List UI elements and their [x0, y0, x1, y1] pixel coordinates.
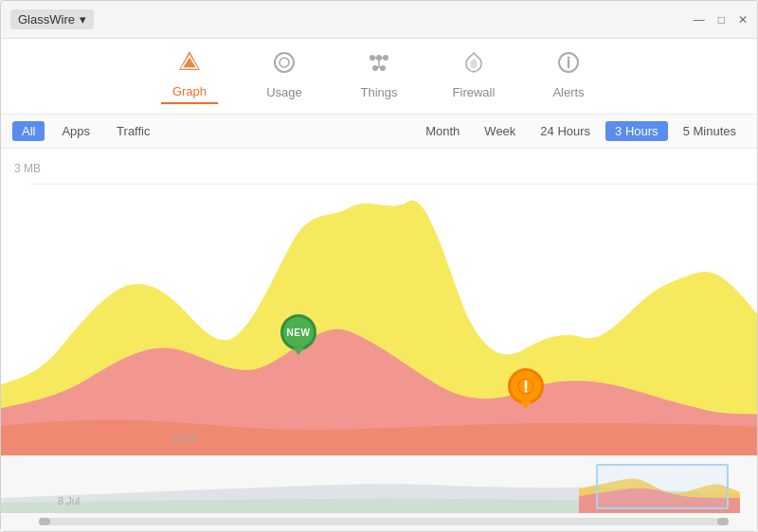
usage-icon	[272, 50, 297, 80]
nav-things[interactable]: Things	[351, 50, 407, 103]
scrollbar-thumb-left[interactable]	[39, 518, 50, 525]
app-window: GlassWire ▾ — □ ✕ Graph	[0, 0, 758, 532]
alert-marker-circle	[508, 368, 544, 404]
nav-alerts-label: Alerts	[552, 85, 584, 99]
chart-time-label: 10:15	[171, 433, 198, 444]
new-marker-circle: NEW	[280, 314, 316, 350]
time-month[interactable]: Month	[416, 121, 469, 141]
nav-alerts[interactable]: Alerts	[540, 50, 597, 103]
new-connection-marker[interactable]: NEW	[280, 314, 316, 350]
overview-date-label: 8 Jul	[58, 495, 80, 506]
app-menu-button[interactable]: GlassWire ▾	[10, 9, 94, 29]
time-week[interactable]: Week	[475, 121, 525, 141]
close-button[interactable]: ✕	[738, 13, 748, 27]
filter-left: All Apps Traffic	[12, 121, 416, 141]
alerts-icon	[556, 50, 581, 80]
svg-line-12	[375, 67, 379, 68]
filter-all[interactable]: All	[12, 121, 45, 141]
svg-point-15	[568, 56, 570, 59]
filterbar: All Apps Traffic Month Week 24 Hours 3 H…	[1, 115, 757, 149]
nav-graph-label: Graph	[172, 84, 207, 98]
time-24hours[interactable]: 24 Hours	[531, 121, 600, 141]
y-axis-label: 3 MB	[14, 162, 41, 175]
alert-marker[interactable]	[508, 368, 544, 404]
svg-point-3	[280, 58, 289, 67]
firewall-icon	[461, 50, 486, 80]
svg-point-19	[525, 390, 528, 393]
svg-point-2	[275, 53, 294, 72]
window-controls: — □ ✕	[694, 13, 748, 27]
main-chart	[1, 149, 757, 455]
overview-highlight	[596, 464, 729, 509]
titlebar: GlassWire ▾ — □ ✕	[1, 1, 757, 39]
overview-bar: 8 Jul	[1, 455, 757, 531]
nav-graph[interactable]: Graph	[161, 49, 218, 104]
maximize-button[interactable]: □	[718, 13, 725, 27]
scrollbar-thumb-right[interactable]	[717, 518, 729, 525]
filter-traffic[interactable]: Traffic	[107, 121, 159, 141]
things-icon	[367, 50, 391, 80]
alert-marker-icon	[516, 377, 535, 396]
graph-icon	[177, 49, 202, 80]
app-name: GlassWire	[18, 12, 75, 27]
dropdown-icon: ▾	[80, 12, 86, 27]
time-3hours[interactable]: 3 Hours	[605, 121, 668, 141]
svg-line-13	[379, 67, 383, 68]
minimize-button[interactable]: —	[694, 13, 705, 27]
nav-usage[interactable]: Usage	[256, 50, 313, 103]
nav-usage-label: Usage	[266, 85, 302, 99]
chart-area: 3 MB 10:15 NEW	[1, 149, 757, 455]
scrollbar-track[interactable]	[39, 518, 729, 525]
navbar: Graph Usage	[1, 39, 757, 115]
time-5minutes[interactable]: 5 Minutes	[674, 121, 746, 141]
filter-apps[interactable]: Apps	[52, 121, 99, 141]
nav-firewall-label: Firewall	[453, 85, 496, 99]
nav-firewall[interactable]: Firewall	[445, 50, 502, 103]
new-marker-label: NEW	[287, 328, 311, 338]
nav-things-label: Things	[360, 85, 397, 99]
filter-right: Month Week 24 Hours 3 Hours 5 Minutes	[416, 121, 746, 141]
